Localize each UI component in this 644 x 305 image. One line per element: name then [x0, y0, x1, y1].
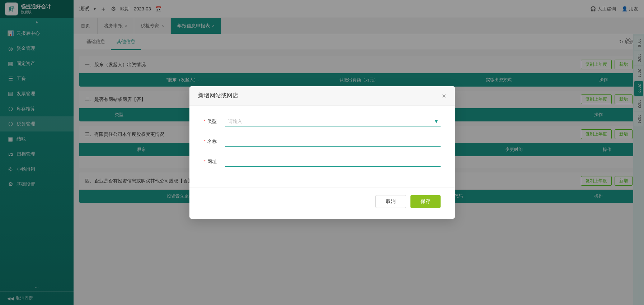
form-field-type: * 类型 ▾	[204, 116, 441, 126]
add-website-modal: 新增网站或网店 × * 类型 ▾ * 名称	[189, 86, 455, 219]
form-field-url: * 网址	[204, 157, 441, 167]
url-input[interactable]	[225, 157, 441, 166]
field-type-wrap: ▾	[225, 116, 441, 126]
required-star-url: *	[204, 159, 206, 164]
field-name-wrap	[225, 137, 441, 147]
name-input[interactable]	[225, 137, 441, 146]
field-type-label: * 类型	[204, 118, 225, 125]
required-star-type: *	[204, 119, 206, 124]
modal-close-button[interactable]: ×	[442, 92, 446, 100]
type-dropdown-icon[interactable]: ▾	[432, 118, 441, 125]
form-field-name: * 名称	[204, 137, 441, 147]
modal-header: 新增网站或网店 ×	[189, 86, 455, 106]
modal-footer: 取消 保存	[189, 188, 455, 219]
cancel-button[interactable]: 取消	[375, 195, 406, 208]
save-button[interactable]: 保存	[410, 195, 441, 208]
modal-title: 新增网站或网店	[198, 92, 238, 100]
field-name-label: * 名称	[204, 138, 225, 145]
label-name-text: 名称	[207, 139, 217, 144]
modal-overlay: 新增网站或网店 × * 类型 ▾ * 名称	[0, 0, 644, 305]
field-url-label: * 网址	[204, 158, 225, 165]
modal-body: * 类型 ▾ * 名称 *	[189, 106, 455, 188]
field-url-wrap	[225, 157, 441, 167]
required-star-name: *	[204, 139, 206, 144]
label-type-text: 类型	[207, 119, 217, 124]
type-input[interactable]	[225, 116, 432, 126]
label-url-text: 网址	[207, 159, 217, 164]
